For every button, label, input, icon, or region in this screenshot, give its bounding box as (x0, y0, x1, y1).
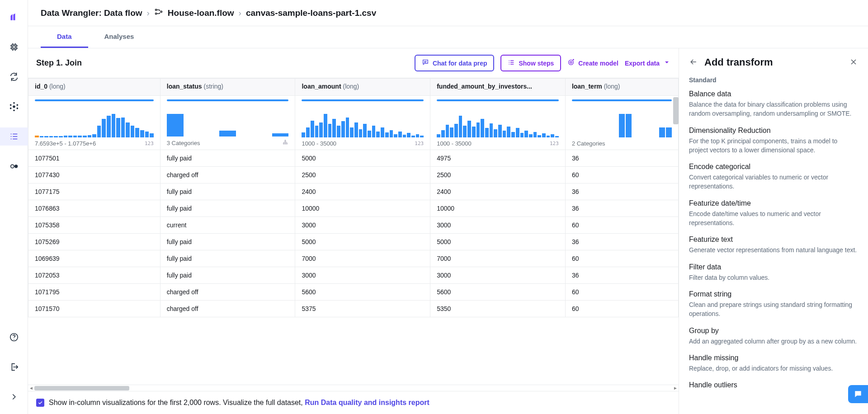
table-cell: 1075269 (28, 234, 160, 250)
transform-option[interactable]: Handle missing Replace, drop, or add ind… (689, 354, 858, 373)
table-cell: charged off (160, 167, 295, 183)
transform-option[interactable]: Group by Add an aggregated column after … (689, 327, 858, 346)
transform-option[interactable]: Featurize text Generate vector represent… (689, 235, 858, 254)
column-viz-cell: 3 Categories (160, 96, 295, 150)
tab-analyses[interactable]: Analyses (88, 26, 151, 48)
svg-point-8 (9, 104, 11, 106)
table-cell: 2500 (430, 167, 566, 183)
chat-icon (422, 59, 429, 67)
table-cell: 1072053 (28, 267, 160, 284)
breadcrumb-root[interactable]: Data Wrangler: Data flow (41, 8, 142, 18)
breadcrumb-file: canvas-sample-loans-part-1.csv (246, 8, 376, 18)
column-viz-cell: 1000 - 35000123 (430, 96, 566, 150)
add-transform-panel: Add transform Standard Balance data Bala… (679, 48, 868, 414)
svg-point-6 (13, 109, 15, 111)
svg-point-12 (14, 339, 14, 339)
table-row[interactable]: 1076863fully paid100001000036 (28, 200, 679, 217)
table-row[interactable]: 1075269fully paid5000500036 (28, 234, 679, 250)
table-row[interactable]: 1071570charged off5375535060 (28, 301, 679, 317)
transform-desc: Clean and prepare strings using standard… (689, 300, 858, 319)
vertical-scrollbar-thumb[interactable] (673, 97, 679, 124)
transform-option[interactable]: Balance data Balance the data for binary… (689, 90, 858, 118)
horizontal-scrollbar[interactable]: ◄ ► (28, 385, 679, 391)
caret-down-icon (663, 59, 670, 67)
nav-help-icon[interactable] (0, 328, 28, 346)
transform-option[interactable]: Filter data Filter data by column values… (689, 263, 858, 282)
column-header[interactable]: loan_status (string) (160, 79, 295, 96)
viz-toggle-checkbox[interactable] (36, 399, 44, 407)
transform-desc: Add an aggregated column after group by … (689, 337, 858, 346)
svg-rect-1 (13, 46, 15, 48)
nav-toggle-icon[interactable] (0, 157, 28, 175)
table-cell: 3000 (295, 217, 430, 234)
column-header[interactable]: loan_term (long) (565, 79, 678, 96)
svg-point-19 (283, 143, 284, 144)
table-cell: 1076863 (28, 200, 160, 217)
nav-logout-icon[interactable] (0, 358, 28, 376)
table-cell: current (160, 217, 295, 234)
svg-point-7 (9, 108, 11, 109)
transform-option[interactable]: Featurize date/time Encode date/time val… (689, 199, 858, 228)
create-model-button[interactable]: Create model (567, 59, 618, 67)
chat-fab[interactable] (848, 385, 868, 403)
table-row[interactable]: 1077175fully paid2400240036 (28, 183, 679, 200)
show-steps-button[interactable]: Show steps (500, 55, 561, 71)
table-cell: charged off (160, 284, 295, 301)
chat-for-data-prep-button[interactable]: Chat for data prep (415, 55, 495, 71)
transform-option[interactable]: Format string Clean and prepare strings … (689, 290, 858, 319)
table-row[interactable]: 1077430charged off2500250060 (28, 167, 679, 183)
chevron-right-icon: › (147, 8, 150, 18)
transform-desc: Balance the data for binary classificati… (689, 100, 858, 118)
table-cell: fully paid (160, 234, 295, 250)
table-row[interactable]: 1075358current3000300060 (28, 217, 679, 234)
table-cell: 5000 (295, 150, 430, 167)
left-nav-rail (0, 0, 28, 414)
scroll-right-icon[interactable]: ► (672, 385, 679, 391)
app-logo-icon[interactable] (0, 8, 28, 26)
table-row[interactable]: 1077501fully paid5000497536 (28, 150, 679, 167)
nav-chip-icon[interactable] (0, 38, 28, 56)
horizontal-scrollbar-thumb[interactable] (34, 386, 129, 390)
transform-desc: Convert categorical variables to numeric… (689, 173, 858, 191)
tab-data[interactable]: Data (41, 26, 88, 48)
table-cell: 5600 (430, 284, 566, 301)
svg-point-3 (13, 102, 15, 104)
table-cell: 5375 (295, 301, 430, 317)
transform-option[interactable]: Handle outliers (689, 381, 858, 389)
breadcrumb-flow[interactable]: House-loan.flow (168, 8, 234, 18)
svg-point-2 (13, 105, 15, 108)
svg-point-18 (285, 140, 286, 141)
transform-desc: Replace, drop, or add indicators for mis… (689, 364, 858, 373)
run-data-quality-link[interactable]: Run Data quality and insights report (305, 399, 429, 406)
transform-title: Format string (689, 290, 858, 298)
nav-graph-icon[interactable] (0, 98, 28, 116)
table-cell: 3000 (430, 267, 566, 284)
transform-title: Group by (689, 327, 858, 335)
target-icon (567, 59, 575, 67)
export-data-dropdown[interactable]: Export data (625, 59, 670, 67)
transform-option[interactable]: Encode categorical Convert categorical v… (689, 163, 858, 191)
table-cell: 1077501 (28, 150, 160, 167)
transform-desc: Filter data by column values. (689, 273, 858, 282)
table-cell: fully paid (160, 200, 295, 217)
panel-title: Add transform (704, 56, 843, 68)
transform-title: Balance data (689, 90, 858, 98)
column-header[interactable]: loan_amount (long) (295, 79, 430, 96)
table-row[interactable]: 1071795charged off5600560060 (28, 284, 679, 301)
svg-rect-0 (11, 45, 16, 50)
scroll-left-icon[interactable]: ◄ (28, 385, 34, 391)
table-row[interactable]: 1072053fully paid3000300036 (28, 267, 679, 284)
table-row[interactable]: 1069639fully paid7000700060 (28, 250, 679, 267)
column-header[interactable]: funded_amount_by_investors... (430, 79, 566, 96)
transform-option[interactable]: Dimensionality Reduction For the top K p… (689, 127, 858, 155)
data-grid-scroll[interactable]: id_0 (long)loan_status (string)loan_amou… (28, 78, 679, 385)
table-cell: 3000 (430, 217, 566, 234)
transform-title: Featurize date/time (689, 199, 858, 207)
close-icon[interactable] (849, 57, 858, 68)
transform-title: Filter data (689, 263, 858, 271)
nav-list-icon[interactable] (0, 127, 28, 146)
nav-expand-icon[interactable] (0, 388, 28, 406)
back-icon[interactable] (689, 57, 698, 68)
column-header[interactable]: id_0 (long) (28, 79, 160, 96)
nav-refresh-icon[interactable] (0, 68, 28, 86)
